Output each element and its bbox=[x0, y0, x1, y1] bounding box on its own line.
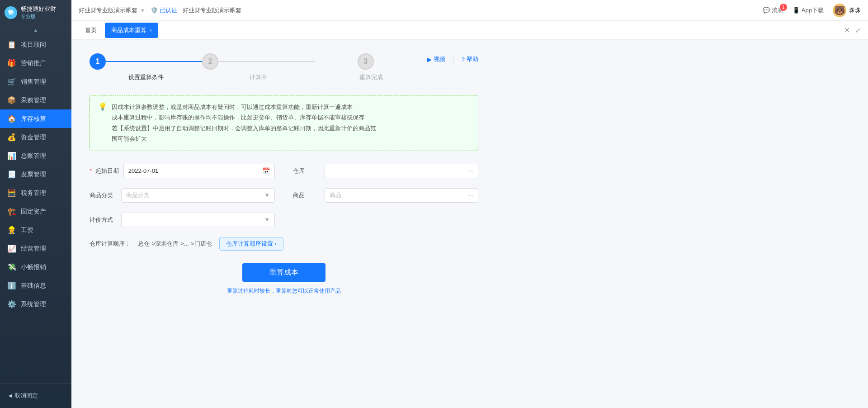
sidebar-bottom: ◄ 取消固定 bbox=[0, 383, 71, 408]
sidebar-item-basic[interactable]: ℹ️ 基础信息 bbox=[0, 276, 71, 295]
sidebar-item-inventory[interactable]: 🏠 库存核算 bbox=[0, 109, 71, 128]
warehouse-label: 仓库 bbox=[293, 167, 320, 175]
steps-container: 1 设置重算条件 2 计算中 3 bbox=[90, 53, 427, 81]
user-menu[interactable]: 🐻 珠珠 bbox=[833, 4, 861, 17]
help-link[interactable]: ? 帮助 bbox=[462, 55, 478, 63]
sidebar-item-finance[interactable]: 💰 资金管理 bbox=[0, 128, 71, 147]
step-3-circle: 3 bbox=[358, 53, 374, 70]
help-icon: ? bbox=[462, 56, 465, 63]
category-select[interactable]: 商品分类 ▼ bbox=[121, 188, 275, 203]
sidebar-item-system[interactable]: ⚙️ 系统管理 bbox=[0, 295, 71, 313]
content-area: 1 设置重算条件 2 计算中 3 bbox=[71, 40, 868, 408]
sidebar-item-sales[interactable]: 🛒 销售管理 bbox=[0, 72, 71, 91]
price-method-label: 计价方式 bbox=[90, 216, 117, 224]
form-area: * 起始日期 2022-07-01 📅 仓库 ··· bbox=[90, 164, 478, 295]
phone-icon: 📱 bbox=[793, 7, 800, 14]
tab-home[interactable]: 首页 bbox=[79, 23, 103, 38]
price-method-select[interactable]: ▼ bbox=[121, 213, 275, 227]
sidebar-item-expense[interactable]: 💸 小畅报销 bbox=[0, 258, 71, 276]
app-download-button[interactable]: 📱 App下载 bbox=[793, 6, 824, 14]
operations-icon: 📈 bbox=[7, 244, 16, 253]
warehouse-field: 仓库 ··· bbox=[293, 164, 478, 178]
step-1-label: 设置重算条件 bbox=[128, 73, 164, 81]
sidebar-item-assets[interactable]: 🏗️ 固定资产 bbox=[0, 202, 71, 221]
recalc-button[interactable]: 重算成本 bbox=[242, 263, 326, 282]
window-close-button[interactable]: ✕ bbox=[840, 26, 854, 34]
payroll-icon: 👷 bbox=[7, 226, 16, 234]
warehouse-order-row: 仓库计算顺序： 总仓->深圳仓库->...->门店仓 仓库计算顺序设置 › bbox=[90, 237, 478, 251]
verified-badge: 🛡️ 已认证 bbox=[151, 6, 177, 14]
tab-recalc[interactable]: 商品成本重算 × bbox=[105, 23, 158, 38]
main-area: 好业财专业版演示帐套 ▼ 🛡️ 已认证 好业财专业版演示帐套 💬 消息 1 📱 … bbox=[71, 0, 868, 408]
project-icon: 📋 bbox=[7, 40, 16, 49]
step-1-circle: 1 bbox=[90, 53, 106, 70]
step-1: 1 设置重算条件 bbox=[90, 53, 202, 81]
app-logo-text: 畅捷通好业财 专业版 bbox=[21, 5, 56, 19]
product-more-icon: ··· bbox=[467, 191, 473, 199]
chevron-right-icon: › bbox=[275, 240, 277, 247]
sidebar-logo: 畅 畅捷通好业财 专业版 bbox=[0, 0, 71, 25]
sidebar-item-tax[interactable]: 🧮 税务管理 bbox=[0, 184, 71, 202]
account-selector[interactable]: 好业财专业版演示帐套 ▼ bbox=[79, 6, 145, 14]
message-badge: 1 bbox=[780, 4, 787, 11]
system-icon: ⚙️ bbox=[7, 300, 16, 308]
sidebar-item-purchase[interactable]: 📦 采购管理 bbox=[0, 91, 71, 109]
unpin-button[interactable]: ◄ 取消固定 bbox=[0, 387, 71, 404]
sidebar-item-invoice[interactable]: 🧾 发票管理 bbox=[0, 165, 71, 184]
warehouse-order-settings-button[interactable]: 仓库计算顺序设置 › bbox=[219, 237, 283, 251]
step-3: 3 重算完成 bbox=[315, 53, 427, 81]
calendar-icon: 📅 bbox=[262, 167, 270, 175]
sales-icon: 🛒 bbox=[7, 77, 16, 86]
inventory-icon: 🏠 bbox=[7, 114, 16, 123]
video-link[interactable]: ▶ 视频 bbox=[427, 55, 445, 63]
start-date-label: * 起始日期 bbox=[90, 167, 119, 175]
step-2: 2 计算中 bbox=[202, 53, 315, 81]
tab-close-icon[interactable]: × bbox=[149, 28, 152, 33]
category-label: 商品分类 bbox=[90, 191, 117, 199]
form-row-1: * 起始日期 2022-07-01 📅 仓库 ··· bbox=[90, 164, 478, 178]
form-row-3: 计价方式 ▼ bbox=[90, 213, 478, 227]
step-2-label: 计算中 bbox=[250, 73, 267, 81]
step-1-line bbox=[106, 61, 202, 62]
app-logo-icon: 畅 bbox=[5, 6, 17, 19]
sidebar-item-payroll[interactable]: 👷 工资 bbox=[0, 221, 71, 239]
sidebar: 畅 畅捷通好业财 专业版 ▲ 📋 项目顾问 🎁 营销推广 🛒 销售管理 📦 采购… bbox=[0, 0, 71, 408]
product-field: 商品 商品 ··· bbox=[293, 188, 478, 203]
basic-icon: ℹ️ bbox=[7, 281, 16, 290]
step-2-circle: 2 bbox=[202, 53, 218, 70]
warehouse-input[interactable]: ··· bbox=[325, 164, 478, 178]
finance-icon: 💰 bbox=[7, 133, 16, 142]
topbar-actions: 💬 消息 1 📱 App下载 🐻 珠珠 bbox=[763, 4, 861, 17]
sidebar-item-operations[interactable]: 📈 经营管理 bbox=[0, 239, 71, 258]
category-field: 商品分类 商品分类 ▼ bbox=[90, 188, 275, 203]
message-button[interactable]: 💬 消息 1 bbox=[763, 6, 783, 14]
step-3-label: 重算完成 bbox=[359, 73, 383, 81]
verified-account-name: 好业财专业版演示帐套 bbox=[183, 6, 241, 14]
start-date-field: * 起始日期 2022-07-01 📅 bbox=[90, 164, 275, 178]
topbar: 好业财专业版演示帐套 ▼ 🛡️ 已认证 好业财专业版演示帐套 💬 消息 1 📱 … bbox=[71, 0, 868, 21]
tax-icon: 🧮 bbox=[7, 189, 16, 197]
expense-icon: 💸 bbox=[7, 263, 16, 271]
purchase-icon: 📦 bbox=[7, 96, 16, 104]
notice-box: 💡 因成本计算参数调整，或是对商品成本有疑问时，可以通过成本重算功能，重新计算一… bbox=[90, 95, 478, 151]
step-2-line bbox=[218, 61, 315, 62]
sidebar-item-marketing[interactable]: 🎁 营销推广 bbox=[0, 54, 71, 72]
window-expand-button[interactable]: ⤢ bbox=[855, 27, 861, 34]
sidebar-item-ledger[interactable]: 📊 总账管理 bbox=[0, 147, 71, 165]
sidebar-scroll-up[interactable]: ▲ bbox=[0, 25, 71, 35]
tabbar: 首页 商品成本重算 × ✕ ⤢ bbox=[71, 21, 868, 40]
sidebar-item-project[interactable]: 📋 项目顾问 bbox=[0, 35, 71, 54]
notice-icon: 💡 bbox=[98, 102, 107, 144]
category-chevron-icon: ▼ bbox=[264, 192, 270, 199]
more-icon: ··· bbox=[467, 167, 473, 175]
price-method-chevron-icon: ▼ bbox=[264, 216, 270, 223]
recalc-area: 重算成本 重算过程耗时较长，重算时您可以正常使用产品 bbox=[90, 263, 478, 295]
start-date-input[interactable]: 2022-07-01 📅 bbox=[123, 164, 275, 178]
notice-text: 因成本计算参数调整，或是对商品成本有疑问时，可以通过成本重算功能，重新计算一遍成… bbox=[112, 102, 376, 144]
play-icon: ▶ bbox=[427, 56, 432, 63]
recalc-note: 重算过程耗时较长，重算时您可以正常使用产品 bbox=[90, 287, 478, 295]
steps-actions: ▶ 视频 | ? 帮助 bbox=[427, 53, 478, 63]
account-chevron-icon: ▼ bbox=[140, 8, 145, 13]
product-label: 商品 bbox=[293, 191, 320, 199]
product-input[interactable]: 商品 ··· bbox=[325, 188, 478, 203]
